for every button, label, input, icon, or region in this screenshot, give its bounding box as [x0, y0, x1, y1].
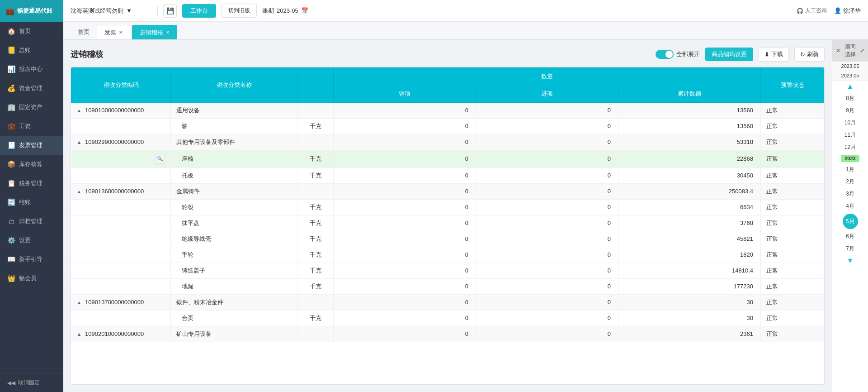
- cell-status: 正常: [761, 103, 824, 119]
- search-button[interactable]: 🔍: [155, 154, 165, 164]
- expand-all-label: 全部展开: [676, 50, 700, 58]
- refresh-button[interactable]: ↻ 刷新: [794, 47, 825, 62]
- customer-service-button[interactable]: 🎧 人工咨询: [797, 7, 827, 14]
- cell-tax-code: 🔍: [71, 150, 171, 167]
- member-icon: 👑: [7, 274, 15, 282]
- code-value: 109013700000000000: [85, 299, 144, 306]
- sidebar-item-label: 固定资产: [19, 103, 42, 111]
- sidebar-item-member[interactable]: 👑 畅会员: [0, 269, 63, 288]
- month-item[interactable]: 9月: [832, 105, 868, 117]
- cell-status: 正常: [761, 199, 824, 215]
- sidebar-item-funds[interactable]: 💰 资金管理: [0, 79, 63, 98]
- tab-reconcile-close[interactable]: ✕: [166, 30, 170, 35]
- tab-reconcile[interactable]: 进销稽核 ✕: [132, 25, 177, 39]
- month-item[interactable]: 1月: [832, 163, 868, 176]
- cell-unit: 千克: [297, 150, 334, 167]
- collapse-icon[interactable]: ▲: [77, 189, 82, 194]
- year-badge: 2023: [841, 155, 859, 162]
- cell-total: 53318: [618, 134, 761, 150]
- toggle-switch[interactable]: [656, 50, 674, 59]
- month-item[interactable]: 12月: [832, 141, 868, 153]
- tab-reconcile-label: 进销稽核: [140, 29, 163, 37]
- sidebar-item-inventory[interactable]: 📦 库存核算: [0, 155, 63, 174]
- sidebar-item-ledger[interactable]: 📒 总账: [0, 41, 63, 60]
- sidebar-item-guide[interactable]: 📖 新手引导: [0, 250, 63, 269]
- cell-total: 30: [618, 310, 761, 326]
- th-status: 预警状态: [761, 68, 824, 103]
- cell-unit: 千克: [297, 167, 334, 183]
- table-row: 轮毂 千克 0 0 6634 正常: [71, 199, 824, 215]
- table-row: 铸造盖子 千克 0 0 14810.4 正常: [71, 263, 824, 278]
- collapse-icon[interactable]: ▲: [77, 331, 82, 337]
- collapse-icon[interactable]: ▲: [77, 139, 82, 145]
- product-code-button[interactable]: 商品编码设置: [705, 48, 753, 61]
- sidebar-item-archive[interactable]: 🗂 归档管理: [0, 212, 63, 231]
- workbench-button[interactable]: 工作台: [182, 4, 216, 18]
- month-item[interactable]: 10月: [832, 117, 868, 129]
- cell-tax-code: [71, 263, 171, 278]
- table-row: 🔍 座椅 千克 0 0 22868 正常: [71, 150, 824, 167]
- sidebar-item-invoice[interactable]: 🧾 发票管理: [0, 136, 63, 155]
- company-selector[interactable]: 沈海英测试经营勿删 ▼: [71, 7, 152, 15]
- save-button[interactable]: 💾: [163, 4, 177, 18]
- period-item[interactable]: 2023.05: [832, 62, 868, 71]
- cell-purchase: 0: [476, 134, 618, 150]
- sidebar-item-settings[interactable]: ⚙️ 设置: [0, 231, 63, 250]
- sidebar-item-reports[interactable]: 📊 报表中心: [0, 60, 63, 79]
- expand-panel-button[interactable]: ⤢: [860, 48, 864, 54]
- close-panel-button[interactable]: ✕: [836, 48, 840, 54]
- download-label: 下载: [771, 50, 783, 58]
- month-item[interactable]: 2月: [832, 176, 868, 188]
- month-item[interactable]: 11月: [832, 129, 868, 141]
- tax-icon: 📋: [7, 179, 15, 187]
- topbar: 沈海英测试经营勿删 ▼ 💾 工作台 切到旧版 账期 2023-05 📅 🎧 人工…: [63, 0, 868, 22]
- collapse-icon[interactable]: ▲: [77, 300, 82, 305]
- user-profile[interactable]: 👤 徐泽华: [834, 7, 861, 15]
- cell-status: 正常: [761, 231, 824, 247]
- table-row: 绝缘导线壳 千克 0 0 45821 正常: [71, 231, 824, 247]
- cell-purchase: 0: [476, 310, 618, 326]
- month-item[interactable]: 8月: [832, 92, 868, 105]
- cell-unit: 千克: [297, 278, 334, 294]
- collapse-icon[interactable]: ▲: [77, 108, 82, 113]
- month-item[interactable]: 4月: [832, 200, 868, 212]
- cell-status: 正常: [761, 310, 824, 326]
- month-item[interactable]: 7月: [832, 243, 868, 255]
- cell-status: 正常: [761, 326, 824, 342]
- active-month-item[interactable]: 5月: [843, 214, 858, 229]
- cell-tax-code: ▲ 109029900000000000: [71, 134, 171, 150]
- company-name: 沈海英测试经营勿删: [71, 7, 123, 15]
- cell-purchase: 0: [476, 183, 618, 199]
- sidebar-item-assets[interactable]: 🏢 固定资产: [0, 98, 63, 117]
- cell-status: 正常: [761, 183, 824, 199]
- reports-icon: 📊: [7, 65, 15, 73]
- right-panel: ✕ 期间选择 ⤢ 2023.05 2023.05 ▲ 8月 9月 10月 11月…: [832, 40, 868, 392]
- scroll-up-button[interactable]: ▲: [845, 81, 856, 92]
- sidebar-item-payroll[interactable]: 💼 工资: [0, 117, 63, 136]
- cell-tax-code: ▲ 109020100000000000: [71, 326, 171, 342]
- sidebar-item-home[interactable]: 🏠 首页: [0, 22, 63, 41]
- month-item[interactable]: 6月: [832, 230, 868, 243]
- cell-tax-code: [71, 231, 171, 247]
- sidebar-item-label: 资金管理: [19, 84, 42, 92]
- code-value: 109020100000000000: [85, 330, 144, 337]
- period-selector[interactable]: 账期 2023-05 📅: [262, 7, 308, 15]
- table-row: ▲ 109029900000000000 其他专用设备及零部件 0 0 5331…: [71, 134, 824, 150]
- tab-invoice-close[interactable]: ✕: [119, 30, 123, 35]
- download-button[interactable]: ⬇ 下载: [759, 47, 789, 62]
- sidebar-item-settle[interactable]: 🔄 结账: [0, 193, 63, 212]
- sidebar-footer-pin[interactable]: ◀◀ 取消固定: [0, 373, 63, 392]
- tab-invoice[interactable]: 发票 ✕: [97, 25, 130, 39]
- cell-tax-name: 地漏: [171, 278, 297, 294]
- sidebar-item-tax[interactable]: 📋 税务管理: [0, 174, 63, 193]
- scroll-down-button[interactable]: ▼: [845, 255, 856, 267]
- expand-all-toggle[interactable]: 全部展开: [656, 50, 700, 59]
- switch-old-version-button[interactable]: 切到旧版: [222, 4, 257, 18]
- month-item[interactable]: 3月: [832, 188, 868, 200]
- table-row: ▲ 109013700000000000 锻件、粉末冶金件 0 0 30 正常: [71, 294, 824, 310]
- cell-unit: 千克: [297, 247, 334, 263]
- tab-home[interactable]: 首页: [71, 25, 97, 39]
- period-item[interactable]: 2023.05: [832, 71, 868, 81]
- cell-unit: [297, 134, 334, 150]
- cell-tax-name: 矿山专用设备: [171, 326, 297, 342]
